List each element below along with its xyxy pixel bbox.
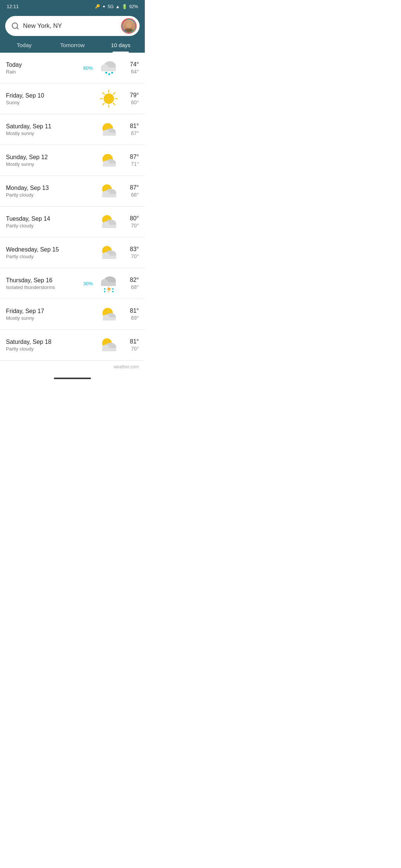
weather-row[interactable]: Saturday, Sep 18 Partly cloudy 81° 70°	[0, 330, 145, 361]
svg-line-16	[103, 103, 105, 105]
day-name: Friday, Sep 10	[6, 92, 79, 99]
weather-row[interactable]: Today Rain 80% 74° 64°	[0, 53, 145, 83]
day-condition: Mostly sunny	[6, 131, 79, 136]
day-condition: Rain	[6, 69, 79, 75]
temp-high: 79°	[123, 92, 139, 99]
weather-icon-partly-cloudy	[99, 212, 119, 232]
weather-icon-mostly-sunny	[99, 304, 119, 324]
day-condition: Mostly sunny	[6, 161, 79, 167]
svg-rect-24	[103, 164, 116, 167]
temp-high: 80°	[123, 215, 139, 222]
time: 12:11	[7, 4, 19, 9]
temp-low: 71°	[123, 161, 139, 167]
day-info: Friday, Sep 17 Mostly sunny	[6, 308, 79, 321]
weather-list: Today Rain 80% 74° 64° Friday, Sep 10 Su…	[0, 53, 145, 361]
temp-low: 70°	[123, 223, 139, 228]
svg-rect-36	[102, 256, 116, 259]
day-name: Wednesday, Sep 15	[6, 246, 79, 253]
day-condition: Isolated thunderstorms	[6, 285, 79, 290]
day-info: Friday, Sep 10 Sunny	[6, 92, 79, 105]
precip-chance: 30%	[79, 281, 93, 286]
temps: 80° 70°	[123, 215, 139, 228]
temps: 81° 70°	[123, 338, 139, 352]
day-info: Monday, Sep 13 Partly cloudy	[6, 185, 79, 198]
search-bar[interactable]: New York, NY	[5, 16, 140, 36]
bluetooth-icon: ✦	[102, 4, 106, 9]
svg-rect-20	[103, 133, 116, 136]
svg-line-15	[113, 93, 115, 95]
battery-icon: 🔋	[122, 4, 127, 9]
temp-low: 68°	[123, 284, 139, 290]
temp-high: 81°	[123, 308, 139, 314]
svg-point-7	[111, 72, 113, 74]
status-icons: 🔑 ✦ 5G ▲ 🔋 92%	[95, 4, 138, 9]
temp-low: 69°	[123, 315, 139, 321]
day-info: Today Rain	[6, 62, 79, 75]
weather-icon-rain	[99, 58, 119, 78]
home-indicator[interactable]	[54, 378, 91, 379]
weather-icon-mostly-sunny	[99, 119, 119, 139]
temp-high: 82°	[123, 277, 139, 283]
svg-point-41	[104, 288, 105, 290]
day-condition: Partly cloudy	[6, 254, 79, 259]
temp-high: 83°	[123, 246, 139, 253]
day-condition: Partly cloudy	[6, 223, 79, 228]
day-condition: Mostly sunny	[6, 315, 79, 321]
tab-today[interactable]: Today	[0, 38, 48, 53]
temp-low: 67°	[123, 130, 139, 136]
svg-rect-39	[101, 282, 116, 286]
svg-point-42	[112, 288, 114, 290]
signal-icon: ▲	[115, 4, 120, 9]
temp-low: 70°	[123, 346, 139, 352]
weather-row[interactable]: Saturday, Sep 11 Mostly sunny 81° 67°	[0, 114, 145, 145]
day-info: Saturday, Sep 11 Mostly sunny	[6, 123, 79, 136]
temp-high: 81°	[123, 338, 139, 345]
temps: 74° 64°	[123, 61, 139, 75]
svg-rect-4	[101, 68, 116, 71]
tab-tomorrow[interactable]: Tomorrow	[48, 38, 97, 53]
weather-row[interactable]: Wednesday, Sep 15 Partly cloudy 83° 70°	[0, 237, 145, 268]
weather-icon-partly-cloudy	[99, 181, 119, 201]
svg-rect-32	[102, 225, 116, 228]
weather-row[interactable]: Friday, Sep 17 Mostly sunny 81° 69°	[0, 299, 145, 330]
svg-rect-28	[102, 194, 116, 197]
weather-row[interactable]: Tuesday, Sep 14 Partly cloudy 80° 70°	[0, 207, 145, 237]
temp-high: 81°	[123, 123, 139, 129]
network-label: 5G	[108, 4, 114, 9]
search-value: New York, NY	[23, 22, 118, 30]
weather-row[interactable]: Monday, Sep 13 Partly cloudy 87° 68°	[0, 176, 145, 207]
day-name: Monday, Sep 13	[6, 185, 79, 191]
temps: 81° 67°	[123, 123, 139, 136]
temps: 87° 71°	[123, 154, 139, 167]
day-name: Thursday, Sep 16	[6, 277, 79, 284]
tab-10days[interactable]: 10 days	[97, 38, 145, 53]
day-condition: Partly cloudy	[6, 346, 79, 352]
weather-row[interactable]: Sunday, Sep 12 Mostly sunny 87° 71°	[0, 145, 145, 176]
weather-icon-partly-cloudy	[99, 243, 119, 263]
weather-icon-thunderstorm	[99, 273, 119, 293]
svg-marker-40	[107, 286, 111, 293]
day-info: Thursday, Sep 16 Isolated thunderstorms	[6, 277, 79, 290]
avatar[interactable]	[122, 19, 136, 33]
temps: 79° 60°	[123, 92, 139, 105]
svg-point-6	[108, 73, 110, 75]
weather-row[interactable]: Thursday, Sep 16 Isolated thunderstorms …	[0, 268, 145, 299]
svg-line-13	[103, 93, 105, 95]
day-name: Saturday, Sep 18	[6, 339, 79, 345]
weather-icon-sunny	[99, 89, 119, 109]
day-info: Saturday, Sep 18 Partly cloudy	[6, 339, 79, 352]
day-condition: Sunny	[6, 100, 79, 105]
weather-row[interactable]: Friday, Sep 10 Sunny 79° 60°	[0, 83, 145, 114]
search-icon	[11, 22, 19, 30]
vpn-icon: 🔑	[95, 4, 100, 9]
temps: 82° 68°	[123, 277, 139, 290]
temp-low: 64°	[123, 69, 139, 75]
day-name: Saturday, Sep 11	[6, 123, 79, 130]
weather-icon-mostly-sunny	[99, 150, 119, 170]
precip-chance: 80%	[79, 65, 93, 71]
svg-rect-48	[103, 318, 116, 320]
temp-low: 60°	[123, 99, 139, 105]
temp-high: 74°	[123, 61, 139, 68]
temp-low: 68°	[123, 192, 139, 198]
temp-low: 70°	[123, 253, 139, 259]
